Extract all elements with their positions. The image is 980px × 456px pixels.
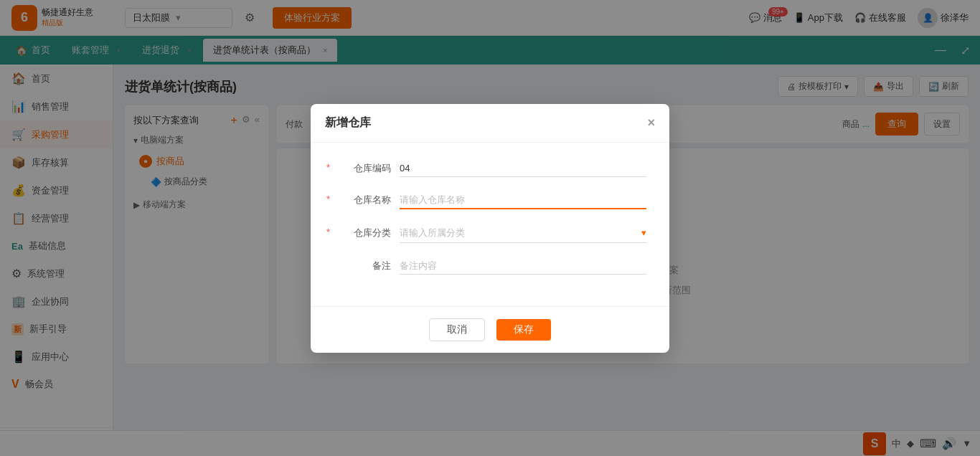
cancel-button[interactable]: 取消 xyxy=(429,318,485,341)
modal-header: 新增仓库 × xyxy=(311,104,669,143)
modal-overlay: 新增仓库 × 仓库编码 仓库名称 仓库分类 请输入所属分类 ▾ xyxy=(0,0,980,456)
name-label: 仓库名称 xyxy=(334,194,391,206)
modal-footer: 取消 保存 xyxy=(311,306,669,353)
modal-dialog: 新增仓库 × 仓库编码 仓库名称 仓库分类 请输入所属分类 ▾ xyxy=(311,104,669,353)
category-label: 仓库分类 xyxy=(334,227,391,239)
code-input[interactable] xyxy=(400,160,646,177)
modal-body: 仓库编码 仓库名称 仓库分类 请输入所属分类 ▾ 备注 xyxy=(311,143,669,306)
category-placeholder: 请输入所属分类 xyxy=(400,227,465,239)
category-arrow-icon: ▾ xyxy=(641,227,646,238)
modal-close-button[interactable]: × xyxy=(647,115,655,130)
category-select[interactable]: 请输入所属分类 ▾ xyxy=(400,224,646,243)
modal-title: 新增仓库 xyxy=(325,115,371,130)
form-row-remark: 备注 xyxy=(334,257,646,275)
remark-input[interactable] xyxy=(400,257,646,275)
code-label: 仓库编码 xyxy=(334,162,391,175)
form-row-code: 仓库编码 xyxy=(334,160,646,177)
remark-label: 备注 xyxy=(334,260,391,272)
save-button[interactable]: 保存 xyxy=(496,319,551,341)
name-input[interactable] xyxy=(400,191,646,209)
form-row-name: 仓库名称 xyxy=(334,191,646,209)
form-row-category: 仓库分类 请输入所属分类 ▾ xyxy=(334,224,646,243)
